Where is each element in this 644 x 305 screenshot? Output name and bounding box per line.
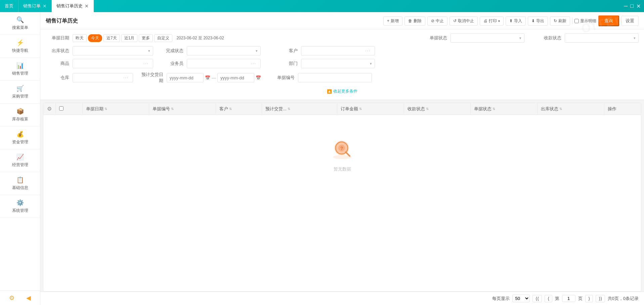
order-number-label: 单据编号	[271, 75, 298, 81]
shipment-status-select[interactable]: ▾	[73, 46, 153, 55]
table-settings-icon[interactable]: ⚙	[47, 106, 52, 112]
close-window-icon[interactable]: ✕	[636, 3, 641, 9]
settings-button[interactable]: 设置	[621, 16, 639, 26]
toolbar-divider	[572, 17, 572, 24]
sidebar-item-basic-info[interactable]: 📋 基础信息	[0, 172, 40, 195]
order-number-input[interactable]	[298, 73, 372, 82]
refresh-button[interactable]: ↻ 刷新	[550, 16, 570, 26]
sort-customer-icon[interactable]: ⇅	[229, 107, 232, 111]
close-sales-order-history-tab[interactable]: ✕	[85, 3, 89, 9]
sidebar-item-finance-label: 资金管理	[12, 139, 28, 145]
sales-mgmt-icon: 📊	[16, 62, 24, 69]
expected-date-to[interactable]	[217, 73, 254, 82]
date-label: 单据日期	[46, 35, 73, 41]
date-btn-7days[interactable]: 近7天	[103, 34, 120, 42]
maximize-icon[interactable]: □	[630, 3, 634, 9]
th-expected-delivery: 预计交货... ⇅	[262, 103, 337, 115]
query-button[interactable]: 查询	[598, 15, 619, 26]
salesperson-select[interactable]: ···	[187, 59, 261, 68]
pagination-prev-button[interactable]: ⟨	[545, 295, 552, 302]
stop-button[interactable]: ⊘ 中止	[427, 16, 447, 26]
expected-date-from[interactable]	[167, 73, 204, 82]
page-header: 销售订单历史 + 新增 🗑 删除 ⊘ 中止 ↺ 取消中止	[40, 12, 644, 29]
sidebar-item-inventory-label: 库存核算	[12, 116, 28, 122]
date-btn-yesterday[interactable]: 昨天	[73, 34, 87, 42]
pagination-last-button[interactable]: ⟩⟩	[596, 295, 605, 302]
product-select[interactable]: ···	[73, 59, 153, 68]
th-order-status-label: 单据状态	[474, 106, 491, 112]
page-number-input[interactable]: 1	[562, 295, 575, 302]
minimize-icon[interactable]: ─	[624, 3, 628, 9]
date-btn-today[interactable]: 今天	[88, 34, 102, 42]
warehouse-select[interactable]: ···	[73, 73, 133, 82]
th-shipment-label: 出库状态	[541, 106, 558, 112]
completion-status-label: 完成状态	[160, 48, 187, 54]
cancel-stop-icon: ↺	[453, 18, 457, 23]
svg-text:?: ?	[340, 146, 343, 151]
date-btn-custom[interactable]: 自定义	[154, 34, 172, 42]
payment-status-arrow-icon: ▾	[634, 36, 636, 40]
sidebar-item-inventory[interactable]: 📦 库存核算	[0, 104, 40, 126]
department-select[interactable]: ▾	[301, 59, 375, 68]
sort-payment-icon[interactable]: ⇅	[426, 107, 429, 111]
sidebar-item-quick-label: 快捷导航	[12, 48, 28, 53]
empty-state: ? 暂无数据	[43, 115, 641, 192]
sort-order-status-icon[interactable]: ⇅	[492, 107, 495, 111]
empty-text: 暂无数据	[334, 166, 351, 172]
main-layout: 🔍 搜索菜单 ⚡ 快捷导航 📊 销售管理 🛒 采购管理 📦 库存核算 💰 资金管…	[0, 12, 644, 305]
export-button[interactable]: ⬇ 导出	[528, 16, 548, 26]
page-title: 销售订单历史	[46, 17, 78, 25]
sort-delivery-icon[interactable]: ⇅	[288, 107, 290, 111]
quick-nav-icon: ⚡	[16, 39, 24, 46]
sort-amount-icon[interactable]: ⇅	[359, 107, 362, 111]
payment-status-select[interactable]: ▾	[565, 33, 639, 43]
refresh-icon: ↻	[554, 18, 557, 23]
sidebar-item-search-menu[interactable]: 🔍 搜索菜单	[0, 12, 40, 35]
sidebar-settings-icon[interactable]: ⚙	[9, 294, 14, 302]
sort-number-icon[interactable]: ⇅	[171, 107, 174, 111]
pagination-next-button[interactable]: ⟩	[585, 295, 593, 302]
sidebar-item-search-label: 搜索菜单	[12, 25, 28, 31]
th-payment-status: 收款状态 ⇅	[404, 103, 471, 115]
delete-button[interactable]: 🗑 删除	[404, 16, 425, 26]
calendar-from-icon[interactable]: 📅	[205, 75, 210, 80]
completion-status-select[interactable]: ▾	[187, 46, 261, 55]
sidebar-item-purchase-mgmt[interactable]: 🛒 采购管理	[0, 81, 40, 104]
sort-date-icon[interactable]: ⇅	[104, 107, 107, 111]
cancel-stop-button[interactable]: ↺ 取消中止	[449, 16, 478, 26]
department-arrow-icon: ▾	[370, 62, 372, 66]
tab-home[interactable]: 首页	[0, 0, 18, 12]
customer-select[interactable]: ···	[301, 46, 375, 55]
show-detail-checkbox[interactable]	[574, 19, 579, 23]
sidebar-item-sales-mgmt[interactable]: 📊 销售管理	[0, 58, 40, 81]
close-sales-order-tab[interactable]: ✕	[43, 3, 47, 9]
date-btn-more[interactable]: 更多	[139, 34, 153, 42]
date-btn-1month[interactable]: 近1月	[121, 34, 138, 42]
sidebar-item-system-mgmt[interactable]: ⚙️ 系统管理	[0, 195, 40, 218]
new-button[interactable]: + 新增	[383, 16, 402, 26]
sidebar-collapse-icon[interactable]: ◀	[26, 294, 31, 302]
sidebar-item-sales-label: 销售管理	[12, 71, 28, 76]
warehouse-label: 仓库	[46, 75, 73, 81]
date-filter-group: 昨天 今天 近7天 近1月 更多 自定义 2023-06-02 至 2023-0…	[73, 34, 403, 42]
total-info: 共0页，0条记录	[608, 296, 639, 302]
print-button[interactable]: 🖨 打印 ▾	[480, 16, 504, 26]
order-status-arrow-icon: ▾	[519, 36, 521, 40]
operations-icon: 📈	[16, 153, 24, 161]
select-all-checkbox[interactable]	[59, 106, 63, 111]
order-status-select[interactable]: ▾	[450, 33, 524, 43]
calendar-to-icon[interactable]: 📅	[256, 75, 261, 80]
tab-sales-order-history[interactable]: 销售订单历史 ✕	[52, 0, 94, 12]
import-button[interactable]: ⬆ 导入	[506, 16, 526, 26]
show-detail-checkbox-label[interactable]: 显示明细	[574, 18, 596, 24]
th-customer-label: 客户	[219, 106, 228, 112]
sidebar-item-quick-nav[interactable]: ⚡ 快捷导航	[0, 35, 40, 58]
th-operation: 操作	[604, 103, 641, 115]
sidebar-item-finance[interactable]: 💰 资金管理	[0, 126, 40, 149]
pagination-first-button[interactable]: ⟨⟨	[532, 295, 542, 302]
sidebar-item-operations[interactable]: 📈 经营管理	[0, 149, 40, 172]
sort-shipment-icon[interactable]: ⇅	[559, 107, 562, 111]
tab-sales-order[interactable]: 销售订单 ✕	[18, 0, 52, 12]
collapse-button[interactable]: 🔼 收起更多条件	[46, 87, 639, 96]
per-page-select[interactable]: 50 10 20 100	[512, 295, 530, 302]
